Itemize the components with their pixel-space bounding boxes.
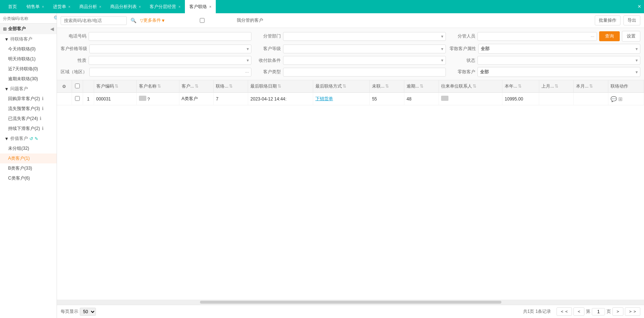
search-input[interactable] (61, 16, 127, 25)
nav-tab-sales[interactable]: 销售单 × (22, 0, 49, 13)
sidebar-item-class-c[interactable]: C类客户(6) (0, 173, 57, 183)
sidebar-item-churned[interactable]: 已流失客户(24) ℹ (0, 114, 57, 124)
sidebar-group-pending-contact[interactable]: ▼ 待联络客户 (0, 34, 57, 44)
nav-home[interactable]: 首页 (3, 0, 22, 13)
more-conditions-btn[interactable]: ▽ 更多条件 ▼ (140, 17, 165, 24)
my-customers-checkbox[interactable] (169, 18, 235, 23)
tab-close-icon[interactable]: × (99, 5, 101, 9)
region-input[interactable]: ··· (89, 68, 251, 77)
td-customer-name: ? (136, 93, 179, 105)
retail-customer-select[interactable]: 全部 ▾ (477, 67, 640, 77)
th-last-contact-date[interactable]: 最后联络日期⇅ (248, 80, 313, 93)
window-close-icon[interactable]: × (638, 3, 641, 10)
sidebar-item-ungrouped[interactable]: 未分组(32) (0, 144, 57, 153)
nav-tab-customer-contact[interactable]: 客户联络 × (185, 0, 216, 13)
edit-icon[interactable]: ✎ (35, 136, 38, 141)
first-page-button[interactable]: ＜＜ (557, 307, 572, 316)
nav-tab-product-analysis[interactable]: 商品分析 × (75, 0, 106, 13)
sidebar-item-overdue-contact[interactable]: 逾期未联络(30) (0, 74, 57, 84)
tab-close-icon[interactable]: × (139, 5, 141, 9)
tab-close-icon[interactable]: × (42, 5, 44, 9)
prev-page-button[interactable]: ＜ (573, 307, 584, 316)
last-page-button[interactable]: ＞＞ (625, 307, 640, 316)
payment-label: 收付款条件 (255, 57, 281, 64)
manager-input[interactable]: ··· (477, 32, 597, 41)
all-customers-label: 全部客户 (8, 26, 26, 32)
caret-icon: ▾ (441, 58, 443, 63)
customer-level-select[interactable]: ▾ (283, 45, 446, 53)
sidebar-group-value-customers[interactable]: ▼ 价值客户 ↺ ✎ (0, 134, 57, 144)
dots-icon[interactable]: ··· (245, 70, 249, 75)
nature-select[interactable]: ▾ (89, 56, 251, 65)
filter-row-payment: 收付款条件 ▾ (255, 56, 446, 65)
th-contact-count[interactable]: 联络...⇅ (214, 80, 248, 93)
customer-type-input[interactable] (283, 68, 446, 77)
th-uncontacted[interactable]: 未联...⇅ (370, 80, 404, 93)
nav-tab-product-analysis-list[interactable]: 商品分析列表 × (106, 0, 146, 13)
sidebar-item-churn-warning[interactable]: 流失预警客户(3) ℹ (0, 104, 57, 114)
th-customer-name[interactable]: 客户名称⇅ (136, 80, 179, 93)
td-this-month (574, 93, 608, 105)
horizontal-scrollbar[interactable] (57, 300, 644, 305)
sidebar-item-today-contact[interactable]: 今天待联络(0) (0, 44, 57, 54)
tab-label: 商品分析 (79, 4, 97, 10)
sidebar: 🔍 ⊞ 全部客户 ◀ ▼ 待联络客户 今天待联络(0) 明天待联络(1) 近7天… (0, 13, 57, 318)
last-contact-way-link[interactable]: 下销货单 (315, 96, 333, 101)
export-button[interactable]: 导出 (623, 15, 640, 25)
status-select[interactable]: ▾ (477, 56, 640, 65)
row-checkbox[interactable] (75, 96, 80, 101)
sidebar-group-problem-customers[interactable]: ▼ 问题客户 (0, 84, 57, 94)
sidebar-all-customers[interactable]: ⊞ 全部客户 ◀ (0, 24, 57, 34)
sidebar-item-declining[interactable]: 持续下滑客户(2) ℹ (0, 124, 57, 134)
caret-icon: ▾ (636, 46, 638, 52)
phone-input[interactable] (89, 32, 251, 41)
th-this-year[interactable]: 本年...⇅ (502, 80, 539, 93)
payment-select[interactable]: ▾ (283, 56, 446, 65)
settings-button[interactable]: 设置 (622, 31, 640, 42)
th-overdue[interactable]: 逾期...⇅ (404, 80, 439, 93)
sort-icon: ⇅ (385, 84, 389, 89)
nav-tab-customer-tier[interactable]: 客户分层经营 × (145, 0, 185, 13)
th-last-month[interactable]: 上月...⇅ (539, 80, 574, 93)
th-this-month[interactable]: 本月...⇅ (574, 80, 608, 93)
dept-select[interactable]: ▾ (283, 32, 446, 41)
sidebar-collapse-icon[interactable]: ◀ (50, 26, 54, 32)
th-unit-contact[interactable]: 往来单位联系人⇅ (439, 80, 502, 93)
nav-tab-purchase[interactable]: 进货单 × (49, 0, 75, 13)
tab-close-icon[interactable]: × (209, 5, 211, 9)
tab-label: 客户联络 (189, 4, 207, 10)
th-gear[interactable]: ⚙ (57, 80, 72, 93)
sidebar-item-repurchase-abnormal[interactable]: 回购异常客户(2) ℹ (0, 94, 57, 104)
sidebar-item-class-b[interactable]: B类客户(33) (0, 163, 57, 173)
sidebar-item-tomorrow-contact[interactable]: 明天待联络(1) (0, 54, 57, 64)
grid-icon: ⊞ (3, 26, 7, 32)
batch-op-button[interactable]: 批量操作 (595, 15, 620, 25)
retail-attr-select[interactable]: 全部 ▾ (478, 44, 640, 54)
next-page-button[interactable]: ＞ (612, 307, 623, 316)
th-customer-code[interactable]: 客户编码⇅ (94, 80, 136, 93)
tab-close-icon[interactable]: × (178, 5, 180, 9)
sidebar-search-bar: 🔍 (0, 13, 57, 24)
select-all-checkbox[interactable] (75, 84, 80, 88)
tab-label: 销售单 (26, 4, 40, 10)
per-page-select[interactable]: 50 (80, 308, 96, 316)
dots-icon[interactable]: ··· (591, 34, 594, 39)
price-level-select[interactable]: ▾ (89, 45, 251, 53)
caret-icon: ▾ (636, 70, 638, 75)
sidebar-item-class-a[interactable]: A类客户(1) (0, 153, 57, 163)
search-icon[interactable]: 🔍 (130, 18, 136, 23)
th-customer-type[interactable]: 客户...⇅ (179, 80, 214, 93)
filter-row-dept: 分管部门 ▾ (255, 31, 446, 42)
th-last-contact-way[interactable]: 最后联络方式⇅ (313, 80, 369, 93)
page-number-input[interactable] (592, 308, 605, 315)
tab-close-icon[interactable]: × (68, 5, 71, 9)
filter-icon: ▽ (140, 18, 143, 23)
sidebar-search-input[interactable] (3, 16, 54, 21)
message-icon[interactable]: 💬 (611, 96, 617, 102)
scrollbar-thumb[interactable] (200, 301, 501, 304)
query-button[interactable]: 查询 (599, 31, 620, 41)
sidebar-item-7days-contact[interactable]: 近7天待联络(0) (0, 64, 57, 74)
share-icon[interactable]: ⊞ (618, 96, 623, 102)
refresh-icon[interactable]: ↺ (29, 136, 33, 141)
sidebar-search-icon[interactable]: 🔍 (54, 15, 57, 21)
